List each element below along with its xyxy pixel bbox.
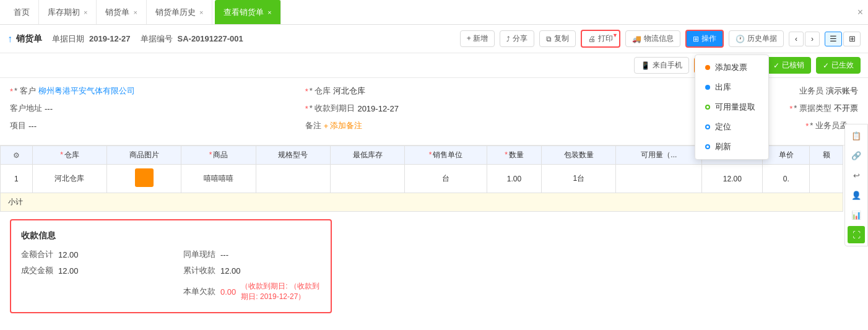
cell-sales-unit: 台 [405,165,487,193]
customer-value[interactable]: 柳州粤港平安气体有限公司 [38,85,135,97]
date-label: 单据日期 [52,33,84,45]
staff-value: 演示账号 [826,85,858,97]
logistics-button[interactable]: 🚚 物流信息 [625,30,680,47]
cell-row-num: 1 [1,165,33,193]
subtotal-label: 小计 [8,198,23,206]
outbound-label: 出库 [715,82,731,93]
prev-arrow[interactable]: ‹ [789,32,804,46]
history-button[interactable]: 🕐 历史单据 [729,30,784,47]
confirmed-button[interactable]: ✓ 已核销 [766,57,811,74]
customer-label: * 客户 [14,85,36,97]
print-icon: 🖨 [588,35,596,43]
add-note-button[interactable]: + 添加备注 [324,120,363,131]
col-product-img: 商品图片 [107,146,181,165]
sidebar-icon-clipboard[interactable]: 📋 [848,127,865,144]
note-label: 备注 [305,120,321,131]
refresh-label: 刷新 [715,141,731,152]
logistics-label: 物流信息 [644,33,674,44]
sidebar-icon-expand[interactable]: ⛶ [848,226,865,243]
qty-extract-dot [705,105,710,110]
project-field: 项目 --- [10,120,268,131]
share-label: 分享 [513,33,527,44]
operations-dropdown: 添加发票 出库 可用量提取 定位 刷新 [695,54,769,160]
tab-bar: 首页 库存期初 × 销货单 × 销货单历史 × 查看销货单 × × [0,0,868,25]
print-button[interactable]: 🖨 打印 ▼ [581,30,620,48]
table-row: 1 河北仓库 嘻嘻嘻嘻 台 1.00 1台 12.00 0. [1,165,843,193]
sidebar-icon-link[interactable]: 🔗 [848,147,865,164]
cell-pack-qty: 1台 [542,165,616,193]
col-spec: 规格型号 [256,146,330,165]
dropdown-quantity-extract[interactable]: 可用量提取 [695,97,768,117]
project-label: 项目 [10,120,26,131]
from-phone-label: 来自手机 [653,60,682,71]
tab-view-sales[interactable]: 查看销货单 × [215,0,280,24]
list-view-icon[interactable]: ☰ [825,32,842,46]
close-sales-tab[interactable]: × [133,9,137,16]
total-amount-row: 金额合计 12.00 [21,249,158,260]
address-field: 客户地址 --- [10,103,268,114]
summary-title: 收款信息 [21,230,321,241]
col-unit-price: 单价 [763,146,810,165]
sidebar-icon-chart[interactable]: 📊 [848,206,865,224]
new-button[interactable]: + 新增 [460,30,495,47]
dropdown-outbound[interactable]: 出库 [695,77,768,97]
doc-header-actions: + 新增 ⤴ 分享 ⧉ 复制 🖨 打印 ▼ 🚚 物流信息 ⊞ [460,30,861,48]
outstanding-value: 0.00 [220,287,236,297]
grid-view-icon[interactable]: ⊞ [843,32,861,46]
nav-arrows: ‹ › [789,32,820,46]
cell-quantity: 1.00 [487,165,541,193]
date-value: 2019-12-27 [89,34,131,43]
cell-warehouse: 河北仓库 [32,165,106,193]
copy-button[interactable]: ⧉ 复制 [539,30,576,47]
warehouse-value: 河北仓库 [333,85,365,97]
next-arrow[interactable]: › [805,32,820,46]
number-label: 单据编号 [141,33,173,45]
share-button[interactable]: ⤴ 分享 [500,30,534,47]
cell-available [616,165,702,193]
tab-home[interactable]: 首页 [5,0,39,24]
tab-inventory[interactable]: 库存期初 × [39,0,97,24]
col-sales-unit: *销售单位 [405,146,487,165]
dropdown-locate[interactable]: 定位 [695,117,768,137]
doc-icon: ↑ [7,33,12,45]
col-amount: 额 [810,146,843,165]
copy-label: 复制 [554,33,569,44]
from-phone-button[interactable]: 📱 来自手机 [634,57,689,74]
subtotal-row: 小计 [1,193,843,212]
subtotal-label-cell: 小计 [1,193,843,212]
phone-icon: 📱 [641,61,650,70]
sales-staff-label: * 业务员孟 [810,120,848,131]
cumulative-payment-label: 累计收款 [183,265,215,276]
transaction-amount-row: 成交金额 12.00 [21,265,158,276]
project-value: --- [28,121,37,131]
payment-date-field: * * 收款到期日 2019-12-27 [305,103,563,114]
dropdown-refresh[interactable]: 刷新 [695,137,768,157]
close-view-sales-tab[interactable]: × [267,9,271,16]
truck-icon: 🚚 [632,35,641,43]
tab-sales-history[interactable]: 销货单历史 × [147,0,212,24]
close-history-tab[interactable]: × [199,9,203,16]
note-placeholder-text: 添加备注 [330,120,362,131]
cumulative-payment-value: 12.00 [220,266,241,276]
tab-sales[interactable]: 销货单 × [97,0,146,24]
cumulative-payment-row: 累计收款 12.00 [183,265,321,276]
close-inventory-tab[interactable]: × [84,9,87,16]
effective-button[interactable]: ✓ 已生效 [816,57,861,74]
col-warehouse: *仓库 [32,146,106,165]
cell-min-stock [331,165,405,193]
summary-grid: 金额合计 12.00 同单现结 --- 成交金额 12.00 累计收款 12.0… [21,249,321,302]
col-min-stock: 最低库存 [331,146,405,165]
summary-section: 收款信息 金额合计 12.00 同单现结 --- 成交金额 12.00 累计收款… [10,219,332,313]
total-amount-label: 金额合计 [21,249,53,260]
sidebar-icon-undo[interactable]: ↩ [848,167,865,184]
dropdown-add-invoice[interactable]: 添加发票 [695,58,768,77]
locate-dot [705,124,710,129]
cell-product: 嘻嘻嘻嘻 [181,165,256,193]
cell-current-stock: 12.00 [702,165,763,193]
cell-product-img [107,165,181,193]
operations-button[interactable]: ⊞ 操作 [685,30,724,48]
col-gear: ⚙ [1,146,33,165]
customer-field: * * 客户 柳州粤港平安气体有限公司 [10,85,268,97]
close-all-button[interactable]: × [857,7,863,18]
sidebar-icon-user[interactable]: 👤 [848,186,865,204]
